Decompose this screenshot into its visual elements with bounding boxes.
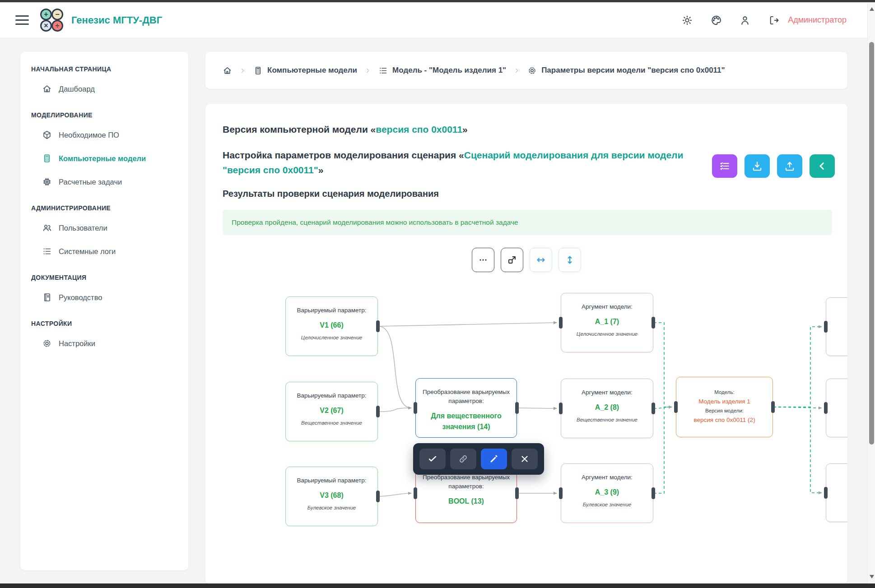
edge-tf-a2[interactable] — [517, 408, 557, 408]
node-tf[interactable]: Преобразование варьируемых параметров:Дл… — [415, 378, 517, 438]
cube-icon — [42, 130, 52, 140]
node-subtitle: Целочисленное значение — [577, 331, 638, 337]
breadcrumb-item[interactable]: Модель - "Модель изделия 1" — [378, 66, 506, 75]
gear-icon — [42, 338, 52, 348]
page-scrollbar[interactable] — [867, 2, 875, 583]
sidebar-item-home[interactable]: Дашбоард — [30, 77, 178, 101]
node-p2[interactable] — [826, 379, 847, 437]
breadcrumb-item[interactable]: Компьютерные модели — [253, 66, 357, 75]
node-a3[interactable]: Аргумент модели:А_3 (9)Булевское значени… — [561, 463, 653, 523]
node-handle-left[interactable] — [559, 487, 563, 499]
delete-button[interactable] — [512, 449, 538, 469]
sidebar-item-label: Компьютерные модели — [59, 154, 146, 163]
edge-a1-model[interactable] — [654, 323, 672, 407]
edge-v2-tf[interactable] — [378, 408, 411, 412]
node-handle-left[interactable] — [559, 317, 563, 329]
node-handle-left[interactable] — [674, 401, 678, 413]
node-v2[interactable]: Варьируемый параметр:V2 (67)Вещественное… — [285, 382, 378, 441]
node-handle-right[interactable] — [771, 401, 775, 413]
edge-v1-tf[interactable] — [378, 326, 411, 408]
node-handle-left[interactable] — [559, 403, 563, 414]
crumb-chevron-icon — [239, 67, 246, 74]
scenario-list-button[interactable] — [712, 154, 737, 178]
edge-a3-model[interactable] — [654, 407, 672, 493]
window-bottom-strip — [0, 583, 875, 588]
sidebar-item-chip[interactable]: Расчетные задачи — [30, 170, 178, 194]
node-handle-right[interactable] — [376, 320, 380, 332]
node-handle-right[interactable] — [515, 487, 519, 499]
check-results-title: Результаты проверки сценария моделирован… — [223, 189, 832, 199]
fullscreen-button[interactable] — [501, 248, 523, 272]
fit-height-button[interactable] — [559, 248, 581, 272]
node-name: V3 (68) — [320, 490, 343, 501]
collapse-button[interactable] — [810, 154, 835, 178]
node-handle-left[interactable] — [824, 402, 828, 414]
node-a2[interactable]: Аргумент модели:А_2 (8)Вещественное знач… — [561, 379, 653, 438]
node-handle-left[interactable] — [414, 402, 417, 414]
sidebar-item-calculator[interactable]: Компьютерные модели — [30, 147, 178, 170]
node-handle-right[interactable] — [652, 487, 655, 499]
sidebar-item-label: Дашбоард — [59, 85, 95, 93]
scenario-subtitle: Настройка параметров моделирования сцена… — [223, 148, 712, 177]
edge-model-p1[interactable] — [773, 327, 822, 407]
users-icon — [42, 223, 52, 233]
node-handle-left[interactable] — [414, 487, 417, 499]
palette-icon[interactable] — [710, 14, 722, 26]
node-p1[interactable] — [826, 297, 847, 356]
node-handle-right[interactable] — [652, 317, 655, 329]
node-handle-left[interactable] — [824, 321, 828, 333]
log-list-icon — [378, 66, 388, 75]
sidebar-item-label: Расчетные задачи — [59, 178, 122, 186]
more-button[interactable] — [472, 248, 494, 272]
scenario-graph-canvas[interactable]: Варьируемый параметр:V1 (66)Целочисленно… — [205, 243, 847, 577]
breadcrumb-item[interactable] — [223, 66, 232, 75]
node-title: Аргумент модели: — [582, 302, 633, 311]
crumb-chevron-icon — [364, 67, 371, 74]
menu-icon[interactable] — [15, 15, 29, 25]
breadcrumb-item[interactable]: Параметры версии модели "версия спо 0x00… — [527, 66, 725, 75]
node-p3[interactable] — [826, 463, 847, 522]
canvas-controls — [472, 248, 581, 272]
sidebar-item-gear[interactable]: Настройки — [30, 332, 178, 355]
sun-icon[interactable] — [681, 14, 693, 26]
success-alert: Проверка пройдена, сценарий моделировани… — [223, 210, 832, 235]
scroll-down-arrow-icon[interactable] — [870, 575, 874, 579]
fit-width-button[interactable] — [530, 248, 552, 272]
node-handle-right[interactable] — [652, 403, 655, 414]
gear-icon — [527, 66, 537, 75]
node-name: V2 (67) — [320, 405, 343, 416]
logout-icon[interactable] — [768, 14, 780, 26]
arrow-vertical-icon — [564, 255, 575, 265]
node-handle-left[interactable] — [824, 487, 828, 499]
download-button[interactable] — [745, 154, 770, 178]
node-handle-right[interactable] — [376, 491, 380, 502]
node-a1[interactable]: Аргумент модели:А_1 (7)Целочисленное зна… — [561, 293, 653, 352]
node-label: Модель: — [714, 389, 734, 395]
node-v1[interactable]: Варьируемый параметр:V1 (66)Целочисленно… — [285, 296, 378, 356]
node-v3[interactable]: Варьируемый параметр:V3 (68)Булевское зн… — [285, 467, 378, 526]
node-handle-right[interactable] — [515, 402, 519, 414]
link-button[interactable] — [450, 449, 476, 469]
edit-button[interactable] — [481, 449, 507, 469]
edge-v1-a1[interactable] — [378, 323, 557, 326]
node-handle-right[interactable] — [376, 406, 380, 417]
person-icon[interactable] — [739, 14, 751, 26]
sidebar-item-users[interactable]: Пользователи — [30, 216, 178, 240]
sidebar-section: НАСТРОЙКИНастройки — [30, 320, 178, 355]
sidebar-section: МОДЕЛИРОВАНИЕНеобходимое ПОКомпьютерные … — [30, 111, 178, 194]
confirm-button[interactable] — [419, 449, 446, 469]
sidebar-item-cube[interactable]: Необходимое ПО — [30, 123, 178, 147]
sidebar-item-book[interactable]: Руководство — [30, 286, 178, 309]
edge-v3-bool[interactable] — [378, 493, 411, 496]
upload-button[interactable] — [777, 154, 802, 178]
logo-divide-icon: ÷ — [51, 20, 63, 32]
logo-minus-icon: − — [51, 9, 63, 20]
scrollbar-thumb[interactable] — [869, 42, 874, 444]
sidebar-item-log-list[interactable]: Системные логи — [30, 240, 178, 263]
arrow-horizontal-icon — [535, 255, 546, 265]
node-subtitle: Булевское значение — [583, 502, 631, 507]
node-model[interactable]: Модель:Модель изделия 1Версия модели:вер… — [676, 377, 773, 437]
user-role-label[interactable]: Администратор — [788, 15, 847, 25]
scroll-up-arrow-icon[interactable] — [870, 7, 874, 11]
edge-model-p3[interactable] — [773, 407, 822, 493]
